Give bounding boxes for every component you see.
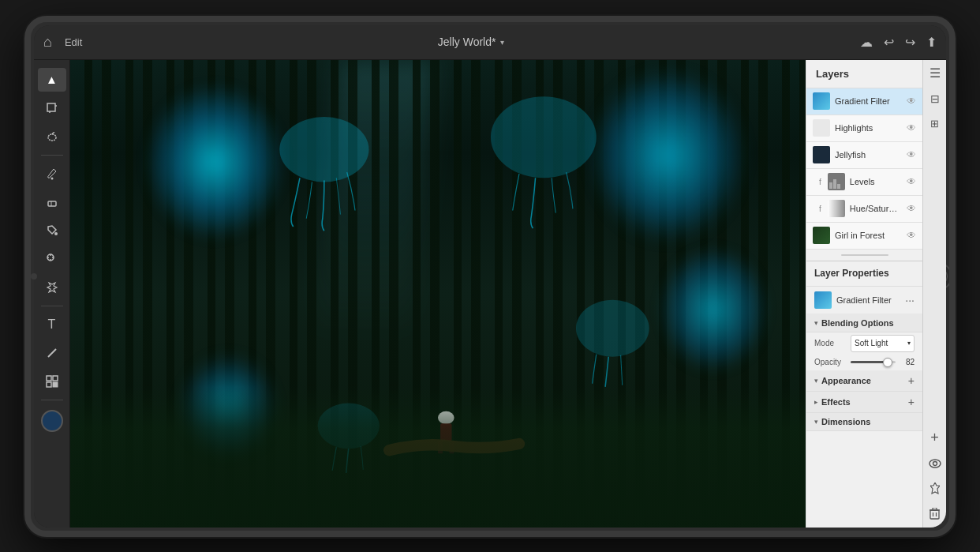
- delete-icon[interactable]: [926, 505, 944, 523]
- layer-name-highlights: Highlights: [835, 123, 902, 133]
- pin-icon[interactable]: [926, 480, 944, 498]
- tool-clone[interactable]: [38, 247, 66, 271]
- mode-label: Mode: [814, 339, 847, 347]
- layer-props-more-button[interactable]: ···: [905, 294, 915, 306]
- opacity-value: 82: [899, 358, 915, 366]
- tool-text[interactable]: T: [38, 313, 66, 336]
- main-area: ▲: [34, 60, 946, 528]
- add-layer-button[interactable]: +: [926, 430, 944, 447]
- tool-smart[interactable]: [38, 370, 66, 393]
- toolbar-divider-1: [41, 155, 63, 156]
- undo-icon[interactable]: ↩: [884, 35, 894, 50]
- layer-properties-panel: Layer Properties Gradient Filter ··· ▾ B…: [806, 261, 922, 528]
- layer-props-thumb: [814, 291, 832, 309]
- jellyfish-glow-1: [144, 83, 286, 241]
- appearance-chevron-icon: ▾: [814, 377, 818, 385]
- dimensions-header[interactable]: ▾ Dimensions: [806, 413, 922, 431]
- layers-title: Layers: [816, 68, 849, 80]
- layer-item-hue-sat[interactable]: f Hue/Saturatio... 👁: [806, 196, 922, 223]
- layer-item-highlights[interactable]: Highlights 👁: [806, 115, 922, 142]
- tablet-screen: ⌂ Edit Jelly World* ▾ ☁ ↩ ↪ ⬆ ▲: [34, 25, 946, 528]
- layer-item-levels[interactable]: f Levels 👁: [806, 169, 922, 196]
- effects-header[interactable]: ▸ Effects +: [806, 392, 922, 413]
- panel-divider: [841, 254, 888, 256]
- tool-brush[interactable]: [38, 162, 66, 186]
- svg-point-23: [933, 461, 937, 465]
- svg-line-9: [48, 349, 56, 357]
- blend-mode-row: Mode Soft Light ▾: [806, 332, 922, 355]
- tool-select[interactable]: ▲: [38, 68, 66, 92]
- effects-add-button[interactable]: +: [908, 396, 915, 408]
- opacity-slider[interactable]: [851, 357, 896, 368]
- panel-layers-icon[interactable]: ☰: [926, 65, 944, 82]
- tool-crop[interactable]: [38, 96, 66, 120]
- layer-props-name: Gradient Filter: [836, 295, 900, 305]
- jellyfish-glow-3: [658, 246, 769, 373]
- top-bar-left: ⌂ Edit: [43, 34, 82, 51]
- layer-props-header: Layer Properties: [806, 261, 922, 287]
- layer-name-jellyfish: Jellyfish: [835, 150, 902, 160]
- layer-item-girl-forest[interactable]: Girl in Forest 👁: [806, 223, 922, 250]
- top-bar-center: Jelly World* ▾: [438, 36, 505, 48]
- tool-lasso[interactable]: [38, 125, 66, 148]
- layer-props-row: Gradient Filter ···: [806, 287, 922, 314]
- left-toolbar: ▲: [34, 60, 70, 528]
- tool-line[interactable]: [38, 341, 66, 365]
- toolbar-divider-2: [41, 306, 63, 306]
- tool-eraser[interactable]: [38, 190, 66, 214]
- slider-thumb[interactable]: [883, 358, 892, 367]
- svg-rect-26: [933, 508, 937, 510]
- svg-point-4: [50, 177, 53, 179]
- layer-visibility-levels[interactable]: 👁: [907, 176, 916, 187]
- tablet-frame: ⌂ Edit Jelly World* ▾ ☁ ↩ ↪ ⬆ ▲: [24, 16, 956, 537]
- layer-visibility-highlights[interactable]: 👁: [907, 122, 916, 133]
- svg-rect-24: [930, 510, 939, 519]
- group-icon-hue: f: [819, 205, 821, 213]
- home-icon[interactable]: ⌂: [43, 34, 52, 51]
- visibility-icon[interactable]: [926, 455, 944, 472]
- tablet-camera: [31, 273, 37, 280]
- opacity-label: Opacity: [814, 358, 847, 366]
- color-swatch[interactable]: [41, 410, 63, 432]
- appearance-header[interactable]: ▾ Appearance +: [806, 370, 922, 392]
- layer-thumb-hue: [828, 200, 845, 217]
- layer-visibility-gradient[interactable]: 👁: [907, 96, 916, 107]
- blend-mode-select[interactable]: Soft Light ▾: [851, 335, 915, 352]
- tool-fill[interactable]: [38, 219, 66, 242]
- svg-point-7: [54, 232, 58, 235]
- share-icon[interactable]: ⬆: [926, 35, 937, 50]
- svg-rect-11: [53, 376, 58, 381]
- layer-thumb-jellyfish: [813, 146, 830, 163]
- blending-title: Blending Options: [821, 318, 915, 328]
- edit-label[interactable]: Edit: [65, 36, 82, 48]
- blending-options-header[interactable]: ▾ Blending Options: [806, 314, 922, 332]
- layer-visibility-hue[interactable]: 👁: [907, 203, 916, 214]
- top-bar: ⌂ Edit Jelly World* ▾ ☁ ↩ ↪ ⬆: [34, 25, 946, 60]
- top-bar-right: ☁ ↩ ↪ ⬆: [860, 35, 937, 50]
- tool-heal[interactable]: [38, 276, 66, 299]
- slider-fill: [851, 361, 888, 363]
- layer-visibility-jellyfish[interactable]: 👁: [907, 149, 916, 160]
- layer-name-hue: Hue/Saturatio...: [850, 204, 902, 213]
- layer-name-levels: Levels: [850, 177, 902, 186]
- panel-adj-icon[interactable]: ⊞: [926, 115, 944, 133]
- mode-chevron-icon: ▾: [907, 340, 911, 347]
- svg-point-22: [930, 460, 941, 468]
- svg-point-3: [48, 134, 56, 141]
- title-chevron-icon[interactable]: ▾: [500, 38, 504, 47]
- ground-ferns: [70, 387, 806, 528]
- layers-header: Layers: [806, 60, 922, 88]
- right-side: Layers Gradient Filter 👁 Highlights 👁: [806, 60, 946, 528]
- cloud-icon[interactable]: ☁: [860, 35, 873, 50]
- panel-props-icon[interactable]: ⊟: [926, 90, 944, 107]
- slider-track: [851, 361, 896, 363]
- effects-title: Effects: [821, 397, 908, 407]
- layer-item-jellyfish[interactable]: Jellyfish 👁: [806, 142, 922, 169]
- layer-item-gradient-filter[interactable]: Gradient Filter 👁: [806, 88, 922, 115]
- redo-icon[interactable]: ↪: [905, 35, 915, 50]
- right-icons-column: ☰ ⊟ ⊞ +: [922, 60, 946, 528]
- dimensions-chevron-icon: ▾: [814, 418, 818, 426]
- appearance-add-button[interactable]: +: [908, 374, 915, 387]
- jellyfish-glow-2: [589, 69, 746, 242]
- layer-visibility-forest[interactable]: 👁: [907, 230, 916, 241]
